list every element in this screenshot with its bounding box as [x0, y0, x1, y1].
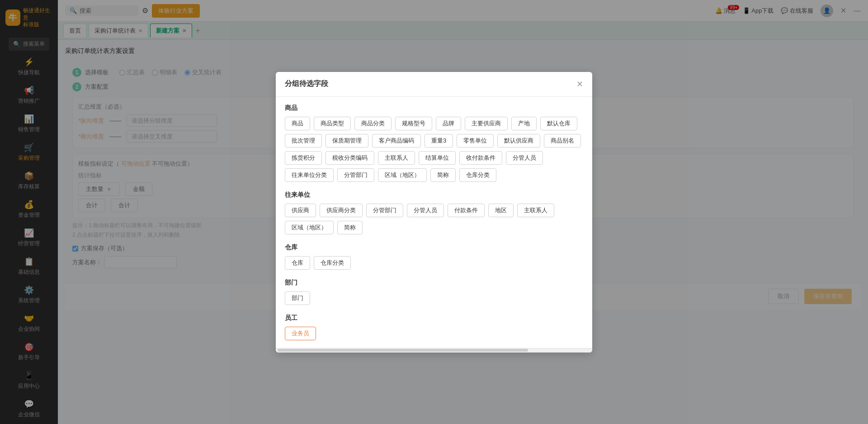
field-tag-dept-managed2[interactable]: 分管部门 — [366, 204, 403, 217]
section-employee-title: 员工 — [285, 314, 583, 322]
section-partners-title: 往来单位 — [285, 191, 583, 199]
field-tag-main-contact[interactable]: 主联系人 — [378, 151, 415, 165]
field-tag-batch-mgmt[interactable]: 批次管理 — [285, 134, 322, 148]
field-tag-short-name2[interactable]: 简称 — [337, 221, 363, 234]
field-tag-goods-type[interactable]: 商品类型 — [314, 117, 351, 130]
field-tag-short-name[interactable]: 简称 — [430, 168, 456, 182]
field-tag-region2[interactable]: 区域（地区） — [285, 221, 334, 234]
field-select-modal: 分组待选字段 ✕ 商品 商品 商品类型 商品分类 规格型号 品牌 主要供应商 产… — [276, 72, 592, 353]
modal-overlay: 分组待选字段 ✕ 商品 商品 商品类型 商品分类 规格型号 品牌 主要供应商 产… — [0, 0, 868, 424]
modal-horizontal-scrollbar[interactable] — [276, 348, 592, 353]
field-tag-goods[interactable]: 商品 — [285, 117, 310, 130]
field-tag-tax-code[interactable]: 税收分类编码 — [326, 151, 374, 165]
field-tag-salesperson[interactable]: 业务员 — [285, 327, 316, 340]
field-tag-goods-alias[interactable]: 商品别名 — [544, 134, 581, 148]
field-tag-shelf-life[interactable]: 保质期管理 — [326, 134, 368, 148]
section-goods-tags: 商品 商品类型 商品分类 规格型号 品牌 主要供应商 产地 默认仓库 批次管理 … — [285, 117, 583, 182]
field-tag-default-supplier[interactable]: 默认供应商 — [497, 134, 540, 148]
section-warehouse-title: 仓库 — [285, 243, 583, 252]
section-goods-title: 商品 — [285, 104, 583, 112]
section-warehouse: 仓库 仓库 仓库分类 — [285, 243, 583, 270]
field-tag-supplier-category[interactable]: 供应商分类 — [320, 204, 363, 217]
field-tag-partner-category[interactable]: 往来单位分类 — [285, 168, 334, 182]
section-goods: 商品 商品 商品类型 商品分类 规格型号 品牌 主要供应商 产地 默认仓库 批次… — [285, 104, 583, 182]
field-tag-main-supplier[interactable]: 主要供应商 — [465, 117, 508, 130]
field-tag-dept[interactable]: 部门 — [285, 291, 310, 305]
field-tag-default-warehouse[interactable]: 默认仓库 — [540, 117, 577, 130]
modal-body: 商品 商品 商品类型 商品分类 规格型号 品牌 主要供应商 产地 默认仓库 批次… — [276, 97, 592, 348]
section-department-title: 部门 — [285, 279, 583, 287]
field-tag-supervisor2[interactable]: 分管人员 — [407, 204, 444, 217]
modal-title: 分组待选字段 — [285, 79, 328, 89]
field-tag-spec-model[interactable]: 规格型号 — [395, 117, 432, 130]
field-tag-warehouse[interactable]: 仓库 — [285, 256, 310, 270]
field-tag-supervisor[interactable]: 分管人员 — [506, 151, 543, 165]
section-department: 部门 部门 — [285, 279, 583, 305]
field-tag-goods-category[interactable]: 商品分类 — [354, 117, 392, 130]
section-department-tags: 部门 — [285, 291, 583, 305]
field-tag-retail-unit[interactable]: 零售单位 — [457, 134, 494, 148]
field-tag-supplier[interactable]: 供应商 — [285, 204, 316, 217]
hscroll-thumb — [278, 349, 528, 352]
field-tag-dept-managed[interactable]: 分管部门 — [337, 168, 374, 182]
field-tag-origin[interactable]: 产地 — [511, 117, 537, 130]
section-partners-tags: 供应商 供应商分类 分管部门 分管人员 付款条件 地区 主联系人 区域（地区） … — [285, 204, 583, 234]
section-warehouse-tags: 仓库 仓库分类 — [285, 256, 583, 270]
field-tag-warehouse-category[interactable]: 仓库分类 — [459, 168, 496, 182]
field-tag-payment-terms[interactable]: 收付款条件 — [459, 151, 502, 165]
field-tag-settlement-unit[interactable]: 结算单位 — [419, 151, 456, 165]
field-tag-payment-cond[interactable]: 付款条件 — [448, 204, 485, 217]
field-tag-main-contact2[interactable]: 主联系人 — [517, 204, 554, 217]
modal-close-button[interactable]: ✕ — [576, 79, 583, 89]
field-tag-weight3[interactable]: 重量3 — [425, 134, 453, 148]
field-tag-brand[interactable]: 品牌 — [436, 117, 461, 130]
field-tag-pick-score[interactable]: 拣货积分 — [285, 151, 322, 165]
field-tag-customer-code[interactable]: 客户商品编码 — [372, 134, 421, 148]
section-employee-tags: 业务员 — [285, 327, 583, 340]
section-employee: 员工 业务员 — [285, 314, 583, 340]
field-tag-warehouse-cat[interactable]: 仓库分类 — [314, 256, 351, 270]
field-tag-region[interactable]: 地区 — [488, 204, 514, 217]
modal-header: 分组待选字段 ✕ — [276, 72, 592, 97]
section-partners: 往来单位 供应商 供应商分类 分管部门 分管人员 付款条件 地区 主联系人 区域… — [285, 191, 583, 234]
field-tag-region-goods[interactable]: 区域（地区） — [378, 168, 427, 182]
